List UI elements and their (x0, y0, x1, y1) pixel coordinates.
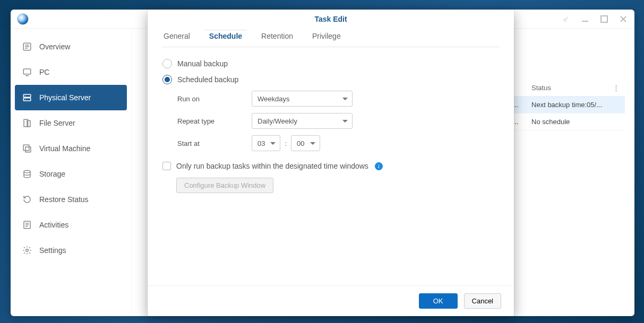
sidebar-item-virtual-machine[interactable]: Virtual Machine (15, 136, 127, 161)
activities-icon (21, 220, 33, 230)
repeat-type-select[interactable]: Daily/Weekly (252, 113, 353, 129)
radio-icon (162, 75, 172, 84)
sidebar-item-activities[interactable]: Activities (15, 212, 127, 238)
server-icon (21, 93, 33, 102)
cell-status: No schedule (526, 114, 607, 130)
checkbox-label: Only run backup tasks within the designa… (176, 162, 368, 170)
vm-icon (21, 144, 33, 153)
tab-general[interactable]: General (162, 27, 191, 47)
overview-icon (21, 42, 33, 51)
gear-icon (21, 246, 33, 255)
file-server-icon (21, 118, 33, 128)
sidebar-item-physical-server[interactable]: Physical Server (15, 85, 127, 110)
radio-label: Scheduled backup (177, 75, 238, 84)
start-minute-select[interactable]: 00 (291, 135, 320, 151)
task-edit-modal: Task Edit General Schedule Retention Pri… (148, 10, 514, 316)
configure-backup-window-button: Configure Backup Window (176, 178, 273, 193)
sidebar-item-label: Virtual Machine (39, 144, 90, 153)
tab-retention[interactable]: Retention (260, 27, 294, 47)
ok-button[interactable]: OK (419, 293, 458, 309)
svg-rect-4 (23, 94, 31, 97)
run-on-select[interactable]: Weekdays (252, 91, 353, 107)
field-label: Start at (177, 139, 252, 147)
select-value: Daily/Weekly (257, 117, 297, 125)
maximize-button[interactable] (598, 13, 610, 25)
field-label: Run on (177, 95, 252, 103)
sidebar-item-label: Settings (39, 246, 66, 255)
modal-body: Manual backup Scheduled backup Run on We… (148, 47, 514, 285)
field-repeat-type: Repeat type Daily/Weekly (162, 110, 499, 132)
chevron-down-icon (342, 98, 348, 100)
app-icon (17, 13, 29, 25)
time-separator: : (285, 139, 287, 147)
tab-schedule[interactable]: Schedule (208, 27, 243, 47)
sidebar-item-label: Physical Server (39, 93, 91, 102)
modal-tabs: General Schedule Retention Privilege (162, 27, 499, 47)
col-header-status[interactable]: Status (526, 80, 607, 97)
select-value: Weekdays (257, 95, 289, 103)
sidebar-item-label: Storage (39, 170, 65, 178)
svg-rect-10 (23, 145, 29, 151)
tab-privilege[interactable]: Privilege (311, 27, 342, 47)
info-icon[interactable]: i (375, 162, 383, 170)
sidebar-item-pc[interactable]: PC (15, 59, 127, 85)
pc-icon (21, 67, 33, 77)
sidebar-item-label: File Server (39, 119, 75, 127)
svg-rect-3 (23, 69, 31, 74)
checkbox-icon (162, 162, 171, 170)
chevron-down-icon (342, 120, 348, 123)
start-hour-select[interactable]: 03 (252, 135, 280, 151)
select-value: 03 (257, 139, 265, 147)
select-value: 00 (297, 139, 304, 147)
field-start-at: Start at 03 : 00 (162, 132, 499, 154)
sidebar-item-storage[interactable]: Storage (15, 161, 127, 187)
radio-icon (162, 59, 172, 68)
cell-menu (607, 114, 625, 130)
pin-icon[interactable] (560, 13, 572, 25)
restore-icon (21, 195, 33, 204)
sidebar-item-settings[interactable]: Settings (15, 238, 127, 263)
sidebar-item-label: Overview (39, 42, 70, 51)
cancel-button[interactable]: Cancel (464, 293, 501, 309)
svg-rect-11 (25, 147, 31, 152)
svg-rect-5 (23, 98, 31, 101)
sidebar-item-file-server[interactable]: File Server (15, 110, 127, 136)
window-controls (560, 13, 629, 25)
col-header-menu[interactable]: ⋮ (607, 80, 625, 97)
modal-title: Task Edit (148, 10, 514, 27)
radio-label: Manual backup (177, 59, 228, 68)
sidebar-item-restore-status[interactable]: Restore Status (15, 187, 127, 212)
modal-footer: OK Cancel (148, 285, 514, 316)
minimize-button[interactable] (579, 13, 591, 25)
radio-manual-backup[interactable]: Manual backup (162, 56, 499, 72)
field-label: Repeat type (177, 117, 252, 125)
sidebar-item-label: Activities (39, 221, 68, 229)
svg-rect-1 (601, 16, 607, 22)
close-button[interactable] (617, 13, 629, 25)
cell-status: Next backup time:05/... (526, 97, 607, 114)
sidebar-item-label: Restore Status (39, 195, 89, 204)
chevron-down-icon (270, 142, 276, 145)
svg-point-6 (25, 95, 26, 97)
field-run-on: Run on Weekdays (162, 88, 499, 110)
radio-scheduled-backup[interactable]: Scheduled backup (162, 72, 499, 88)
storage-icon (21, 169, 33, 179)
svg-point-7 (25, 99, 26, 100)
sidebar: Overview PC Physical Server File Server … (11, 29, 132, 316)
svg-point-12 (24, 170, 30, 173)
sidebar-item-label: PC (39, 68, 49, 76)
chevron-down-icon (310, 142, 315, 145)
svg-point-14 (26, 249, 29, 252)
svg-rect-0 (582, 21, 588, 22)
sidebar-item-overview[interactable]: Overview (15, 34, 127, 59)
cell-menu (607, 97, 625, 114)
time-window-checkbox-row[interactable]: Only run backup tasks within the designa… (162, 154, 499, 173)
